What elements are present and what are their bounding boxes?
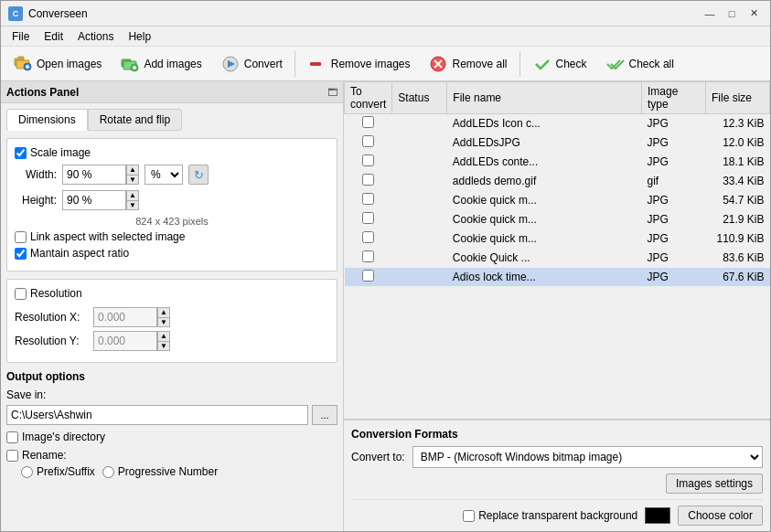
rename-label: Rename: <box>22 449 67 462</box>
row-filename: Cookie Quick ... <box>447 249 642 268</box>
progressive-number-radio[interactable] <box>102 466 114 478</box>
resolution-y-down-button[interactable]: ▼ <box>157 341 170 351</box>
add-images-button[interactable]: Add images <box>112 50 209 78</box>
open-images-icon <box>13 54 33 74</box>
replace-transparent-checkbox[interactable] <box>463 510 475 522</box>
width-input[interactable] <box>62 165 126 185</box>
panel-content: Dimensions Rotate and flip Scale image W… <box>1 103 343 532</box>
conversion-panel: Conversion Formats Convert to: BMP - (Mi… <box>344 420 770 532</box>
pixel-info: 824 x 423 pixels <box>15 216 329 227</box>
rename-check[interactable]: Rename: <box>6 449 337 462</box>
width-spinner[interactable]: ▲ ▼ <box>62 165 139 185</box>
row-checkbox[interactable] <box>362 135 374 147</box>
link-aspect-check[interactable]: Link aspect with selected image <box>15 230 329 243</box>
table-row[interactable]: Cookie quick m... JPG 54.7 KiB <box>345 191 770 210</box>
row-checkbox[interactable] <box>362 116 374 128</box>
table-row[interactable]: Cookie Quick ... JPG 83.6 KiB <box>345 249 770 268</box>
table-row[interactable]: Cookie quick m... JPG 110.9 KiB <box>345 229 770 249</box>
resolution-y-input[interactable] <box>93 331 157 351</box>
scale-image-check[interactable]: Scale image <box>15 146 329 159</box>
height-label: Height: <box>15 194 57 207</box>
refresh-button[interactable]: ↻ <box>188 165 209 185</box>
row-filename: AddLEDs conte... <box>447 153 642 172</box>
resolution-checkbox[interactable] <box>15 288 27 300</box>
format-select[interactable]: BMP - (Microsoft Windows bitmap image)JP… <box>412 446 763 468</box>
browse-button[interactable]: ... <box>312 405 337 425</box>
check-all-button[interactable]: Check all <box>597 50 682 78</box>
pin-icon[interactable]: 🗔 <box>327 87 337 98</box>
menu-edit[interactable]: Edit <box>37 28 70 45</box>
add-images-icon <box>120 54 140 74</box>
row-size: 67.6 KiB <box>706 268 770 287</box>
col-header-type: Image type <box>642 82 706 114</box>
resolution-section: Resolution Resolution X: ▲ ▼ Resolution … <box>6 279 337 363</box>
replace-transparent-check[interactable]: Replace transparent background <box>463 509 637 522</box>
height-spinner[interactable]: ▲ ▼ <box>62 190 139 210</box>
row-checkbox[interactable] <box>362 231 374 243</box>
panel-title: Actions Panel <box>6 86 79 99</box>
resolution-y-spinner[interactable]: ▲ ▼ <box>93 331 170 351</box>
table-row[interactable]: AddLEDs Icon c... JPG 12.3 KiB <box>345 114 770 133</box>
prefix-suffix-radio-label[interactable]: Prefix/Suffix <box>21 465 95 478</box>
open-images-button[interactable]: Open images <box>5 50 110 78</box>
minimize-button[interactable]: — <box>701 6 719 21</box>
table-row[interactable]: AddLEDs conte... JPG 18.1 KiB <box>345 153 770 172</box>
row-checkbox[interactable] <box>362 193 374 205</box>
row-type: JPG <box>642 210 706 229</box>
height-input[interactable] <box>62 190 126 210</box>
link-aspect-checkbox[interactable] <box>15 231 27 243</box>
row-status <box>392 191 447 210</box>
choose-color-button[interactable]: Choose color <box>678 505 763 526</box>
resolution-x-spinner[interactable]: ▲ ▼ <box>93 307 170 327</box>
row-checkbox[interactable] <box>362 270 374 282</box>
resolution-x-up-button[interactable]: ▲ <box>157 307 170 317</box>
row-status <box>392 268 447 287</box>
close-button[interactable]: ✕ <box>744 6 763 21</box>
menu-actions[interactable]: Actions <box>70 28 121 45</box>
resolution-x-input[interactable] <box>93 307 157 327</box>
rename-checkbox[interactable] <box>6 450 18 462</box>
resolution-x-down-button[interactable]: ▼ <box>157 317 170 327</box>
table-row[interactable]: Cookie quick m... JPG 21.9 KiB <box>345 210 770 229</box>
table-header-row: To convert Status File name Image type F… <box>345 82 770 114</box>
images-settings-button[interactable]: Images settings <box>666 473 763 494</box>
row-checkbox[interactable] <box>362 250 374 262</box>
height-down-button[interactable]: ▼ <box>126 200 139 210</box>
width-label: Width: <box>15 168 57 181</box>
table-row[interactable]: AddLEDsJPG JPG 12.0 KiB <box>345 133 770 153</box>
check-button[interactable]: Check <box>524 50 595 78</box>
color-swatch[interactable] <box>645 507 670 524</box>
maximize-button[interactable]: □ <box>723 6 741 21</box>
progressive-number-radio-label[interactable]: Progressive Number <box>102 465 218 478</box>
image-directory-checkbox[interactable] <box>6 431 18 443</box>
add-images-label: Add images <box>144 58 201 70</box>
maintain-aspect-checkbox[interactable] <box>15 248 27 260</box>
row-type: JPG <box>642 133 706 153</box>
save-path-input[interactable] <box>6 405 308 425</box>
table-row[interactable]: Adios lock time... JPG 67.6 KiB <box>345 268 770 287</box>
tab-rotate[interactable]: Rotate and flip <box>88 109 182 131</box>
remove-images-icon <box>307 54 327 74</box>
maintain-aspect-check[interactable]: Mantain aspect ratio <box>15 247 329 260</box>
unit-select[interactable]: % px cm in <box>145 165 183 185</box>
scale-image-checkbox[interactable] <box>15 147 27 159</box>
resolution-y-up-button[interactable]: ▲ <box>157 331 170 341</box>
file-list-container[interactable]: To convert Status File name Image type F… <box>344 81 770 420</box>
image-directory-check[interactable]: Image's directory <box>6 431 337 443</box>
width-up-button[interactable]: ▲ <box>126 165 139 175</box>
resolution-check[interactable]: Resolution <box>15 287 329 300</box>
prefix-suffix-radio[interactable] <box>21 466 33 478</box>
table-row[interactable]: addleds demo.gif gif 33.4 KiB <box>345 172 770 191</box>
menu-help[interactable]: Help <box>121 28 158 45</box>
row-checkbox[interactable] <box>362 174 374 186</box>
row-checkbox[interactable] <box>362 154 374 166</box>
row-checkbox[interactable] <box>362 212 374 224</box>
tab-dimensions[interactable]: Dimensions <box>6 109 88 131</box>
width-down-button[interactable]: ▼ <box>126 175 139 185</box>
remove-images-button[interactable]: Remove images <box>299 50 419 78</box>
remove-all-button[interactable]: Remove all <box>420 50 515 78</box>
menu-file[interactable]: File <box>5 28 37 45</box>
main-layout: Actions Panel 🗔 Dimensions Rotate and fl… <box>1 81 770 532</box>
convert-button[interactable]: Convert <box>212 50 291 78</box>
height-up-button[interactable]: ▲ <box>126 190 139 200</box>
